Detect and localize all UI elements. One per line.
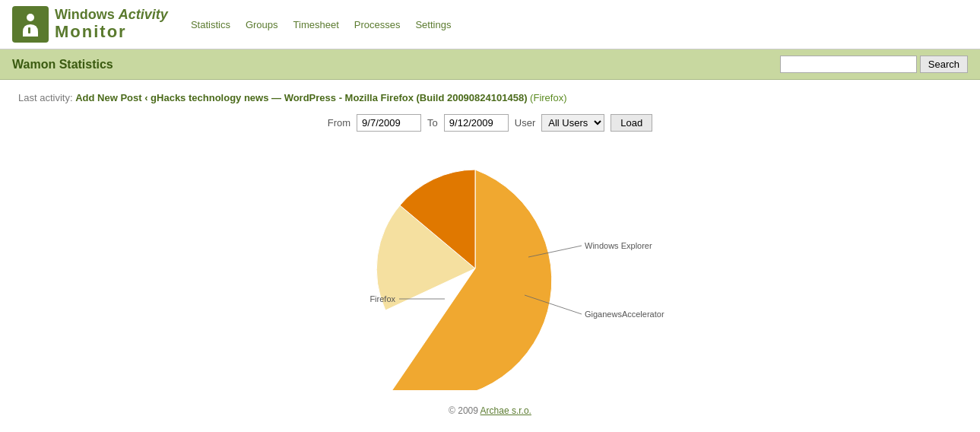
footer-copyright: © 2009 <box>449 405 478 416</box>
firefox-label: Firefox <box>369 294 395 303</box>
windows-explorer-label: Windows Explorer <box>585 241 652 250</box>
nav-groups[interactable]: Groups <box>246 19 278 30</box>
pie-chart-area: Firefox Windows Explorer GiganewsAcceler… <box>18 147 962 390</box>
app-logo: Windows Activity Monitor <box>12 6 168 43</box>
to-label: To <box>427 117 438 129</box>
user-select[interactable]: All Users <box>541 114 604 132</box>
logo-icon <box>12 6 49 43</box>
logo-activity: Activity <box>119 7 168 22</box>
stats-bar-title: Wamon Statistics <box>12 58 113 71</box>
search-button[interactable]: Search <box>920 56 968 73</box>
logo-monitor: Monitor <box>55 23 168 41</box>
svg-point-0 <box>27 14 34 21</box>
pie-chart-svg: Firefox Windows Explorer GiganewsAcceler… <box>278 147 703 390</box>
app-header: Windows Activity Monitor Statistics Grou… <box>0 0 980 49</box>
search-area: Search <box>780 56 968 73</box>
to-input[interactable] <box>444 114 509 132</box>
footer: © 2009 Archae s.r.o. <box>18 405 962 428</box>
stats-bar: Wamon Statistics Search <box>0 49 980 80</box>
main-content: Last activity: Add New Post ‹ gHacks tec… <box>0 80 980 432</box>
last-activity: Last activity: Add New Post ‹ gHacks tec… <box>18 92 962 103</box>
giganews-label: GiganewsAccelerator <box>585 310 664 319</box>
main-nav: Statistics Groups Timesheet Processes Se… <box>191 19 452 30</box>
nav-timesheet[interactable]: Timesheet <box>293 19 339 30</box>
last-activity-app: (Firefox) <box>530 92 566 103</box>
from-input[interactable] <box>357 114 421 132</box>
last-activity-value: Add New Post ‹ gHacks technology news — … <box>75 92 527 103</box>
nav-settings[interactable]: Settings <box>415 19 451 30</box>
logo-windows: Windows <box>55 7 119 22</box>
nav-statistics[interactable]: Statistics <box>191 19 230 30</box>
svg-rect-1 <box>28 27 30 33</box>
footer-company-link[interactable]: Archae s.r.o. <box>480 405 531 416</box>
user-label: User <box>515 117 535 129</box>
search-input[interactable] <box>780 56 917 73</box>
last-activity-label: Last activity: <box>18 92 73 103</box>
nav-processes[interactable]: Processes <box>354 19 401 30</box>
from-label: From <box>328 117 350 129</box>
load-button[interactable]: Load <box>611 114 652 132</box>
filter-row: From To User All Users Load <box>18 114 962 132</box>
logo-text: Windows Activity Monitor <box>55 8 168 41</box>
